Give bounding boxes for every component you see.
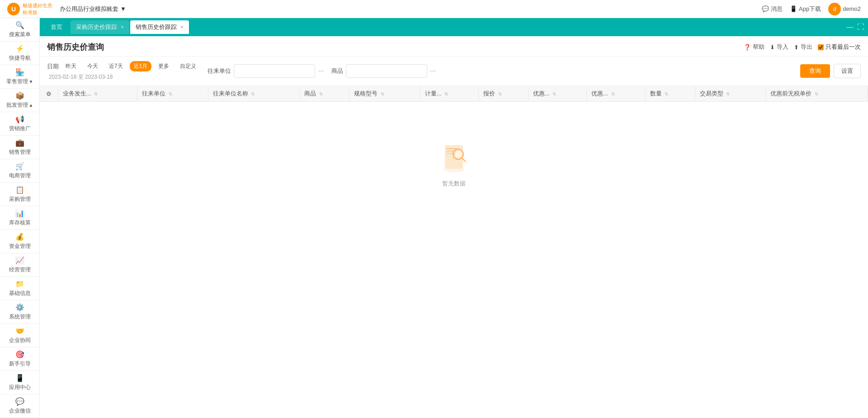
date-btn-custom[interactable]: 自定义	[176, 61, 200, 71]
date-btn-yesterday[interactable]: 昨天	[61, 61, 80, 71]
table-col-pre-tax[interactable]: 优惠前无税单价 ⇅	[765, 86, 868, 102]
page-header-actions: ❓ 帮助 ⬇ 导入 ⬆ 导出 只看最后一次	[744, 43, 861, 51]
col-quote-sort[interactable]: ⇅	[498, 91, 502, 96]
col-qty-sort[interactable]: ⇅	[665, 91, 668, 96]
col-pre-tax-label: 优惠前无税单价	[770, 90, 811, 97]
inventory-icon: 📊	[15, 209, 24, 218]
filter-actions: 查询 设置	[800, 64, 861, 78]
col-unit-sort[interactable]: ⇅	[444, 91, 448, 96]
tab-purchase-close[interactable]: ×	[121, 24, 124, 30]
search-icon: 🔍	[15, 21, 24, 29]
partner-input[interactable]	[234, 64, 315, 78]
sidebar-item-system[interactable]: ⚙️ 系统管理	[0, 300, 39, 324]
tab-home-label: 首页	[51, 23, 62, 31]
tab-maximize-btn[interactable]: ⛶	[857, 23, 864, 31]
sidebar-item-sales[interactable]: 💼 销售管理	[0, 136, 39, 159]
partner-dots[interactable]: ···	[318, 67, 324, 75]
table-col-partner-name[interactable]: 往来单位名称 ⇅	[208, 86, 300, 102]
tab-sales-close[interactable]: ×	[180, 24, 184, 30]
business-icon: 📈	[15, 256, 24, 265]
col-pre-tax-sort[interactable]: ⇅	[815, 91, 818, 96]
sidebar-item-inventory[interactable]: 📊 库存核算	[0, 206, 39, 230]
table-col-spec[interactable]: 规格型号 ⇅	[349, 86, 420, 102]
table-container: ⚙ 业务发生... ⇅ 往来单位 ⇅ 往来单位名称 ⇅	[40, 86, 868, 418]
export-icon: ⬆	[794, 44, 799, 51]
col-discount1-sort[interactable]: ⇅	[552, 91, 556, 96]
basic-icon: 📁	[15, 280, 24, 288]
tab-minimize-btn[interactable]: —	[846, 23, 854, 31]
tab-bar: 首页 采购历史价跟踪 × 销售历史价跟踪 × — ⛶	[40, 18, 868, 36]
tab-purchase-history[interactable]: 采购历史价跟踪 ×	[71, 20, 129, 34]
user-area[interactable]: d demo2	[828, 3, 861, 15]
date-btn-last7[interactable]: 近7天	[105, 61, 127, 71]
appcenter-icon: 📱	[15, 374, 24, 382]
only-last-checkbox-label[interactable]: 只看最后一次	[818, 43, 861, 51]
message-btn[interactable]: 💬 消息	[762, 5, 783, 13]
col-spec-label: 规格型号	[354, 90, 377, 97]
sidebar-item-enterprise[interactable]: 🤝 企业协同	[0, 324, 39, 347]
content-area: 首页 采购历史价跟踪 × 销售历史价跟踪 × — ⛶ 销售历史价查询	[40, 18, 868, 418]
col-goods-sort[interactable]: ⇅	[319, 91, 323, 96]
only-last-checkbox[interactable]	[818, 44, 824, 50]
page-title: 销售历史价查询	[47, 42, 104, 52]
sidebar-item-quick-nav[interactable]: ⚡ 快捷导航	[0, 42, 39, 65]
sidebar-label-business: 经营管理	[9, 266, 31, 274]
export-btn[interactable]: ⬆ 导出	[794, 43, 812, 51]
sidebar-item-marketing[interactable]: 📢 营销推广	[0, 112, 39, 136]
query-button[interactable]: 查询	[800, 64, 830, 78]
goods-input[interactable]	[346, 64, 427, 78]
ecommerce-icon: 🛒	[15, 162, 24, 171]
table-col-trade-type[interactable]: 交易类型 ⇅	[695, 86, 765, 102]
col-partner-code-sort[interactable]: ⇅	[169, 91, 172, 96]
tab-sales-label: 销售历史价跟踪	[136, 23, 177, 31]
col-goods-label: 商品	[304, 90, 316, 97]
table-col-qty[interactable]: 数量 ⇅	[645, 86, 695, 102]
app-download-btn[interactable]: 📱 App下载	[790, 5, 821, 13]
sidebar-item-basic[interactable]: 📁 基础信息	[0, 277, 39, 300]
logo-text: 畅捷通好生意 标准版	[23, 2, 52, 15]
col-biz-date-label: 业务发生...	[63, 90, 91, 97]
table-col-goods[interactable]: 商品 ⇅	[300, 86, 349, 102]
sidebar-item-wholesale[interactable]: 📦 批发管理 ▲	[0, 89, 39, 112]
sidebar-item-ecommerce[interactable]: 🛒 电商管理	[0, 159, 39, 183]
sidebar-label-guide: 新手引导	[9, 360, 31, 368]
tab-sales-history[interactable]: 销售历史价跟踪 ×	[130, 20, 189, 34]
sidebar-item-business[interactable]: 📈 经营管理	[0, 253, 39, 277]
goods-filter: 商品 ···	[331, 64, 436, 78]
col-spec-sort[interactable]: ⇅	[381, 91, 384, 96]
guide-icon: 🎯	[15, 350, 24, 359]
sidebar-item-search-menu[interactable]: 🔍 搜索菜单	[0, 18, 39, 42]
sidebar-item-appcenter[interactable]: 📱 应用中心	[0, 371, 39, 394]
table-col-quote[interactable]: 报价 ⇅	[478, 86, 528, 102]
table-col-biz-date[interactable]: 业务发生... ⇅	[58, 86, 137, 102]
sidebar-item-wechat[interactable]: 💬 企业微信	[0, 394, 39, 418]
sidebar-item-retail[interactable]: 🏪 零售管理 ▼	[0, 65, 39, 89]
date-range-display: 2023-02-18 至 2023-03-18	[49, 73, 200, 81]
col-biz-date-sort[interactable]: ⇅	[94, 91, 98, 96]
settings-button[interactable]: 设置	[834, 64, 861, 78]
table-col-discount2[interactable]: 优惠... ⇅	[587, 86, 645, 102]
message-label: 消息	[771, 5, 783, 13]
table-col-partner-code[interactable]: 往来单位 ⇅	[137, 86, 208, 102]
import-btn[interactable]: ⬇ 导入	[770, 43, 788, 51]
logo-icon: U	[7, 3, 20, 15]
app-selector[interactable]: 办公用品行业模拟账套 ▼	[56, 3, 130, 15]
col-trade-type-sort[interactable]: ⇅	[726, 91, 730, 96]
date-btn-more[interactable]: 更多	[154, 61, 173, 71]
col-partner-name-label: 往来单位名称	[213, 90, 248, 97]
table-col-gear[interactable]: ⚙	[40, 86, 58, 102]
date-btn-today[interactable]: 今天	[83, 61, 102, 71]
sidebar-item-guide[interactable]: 🎯 新手引导	[0, 347, 39, 371]
goods-dots[interactable]: ···	[430, 67, 436, 75]
sidebar-item-finance[interactable]: 💰 资金管理	[0, 230, 39, 253]
date-btn-last1m[interactable]: 近1月	[130, 61, 152, 71]
col-discount2-sort[interactable]: ⇅	[611, 91, 615, 96]
help-btn[interactable]: ❓ 帮助	[744, 43, 764, 51]
tab-home[interactable]: 首页	[43, 20, 70, 34]
table-col-discount1[interactable]: 优惠... ⇅	[528, 86, 586, 102]
header-right: 💬 消息 📱 App下载 d demo2	[762, 3, 861, 15]
col-partner-name-sort[interactable]: ⇅	[251, 91, 255, 96]
table-col-unit[interactable]: 计量... ⇅	[420, 86, 478, 102]
sidebar-label-basic: 基础信息	[9, 290, 31, 297]
sidebar-item-purchase[interactable]: 📋 采购管理	[0, 183, 39, 206]
